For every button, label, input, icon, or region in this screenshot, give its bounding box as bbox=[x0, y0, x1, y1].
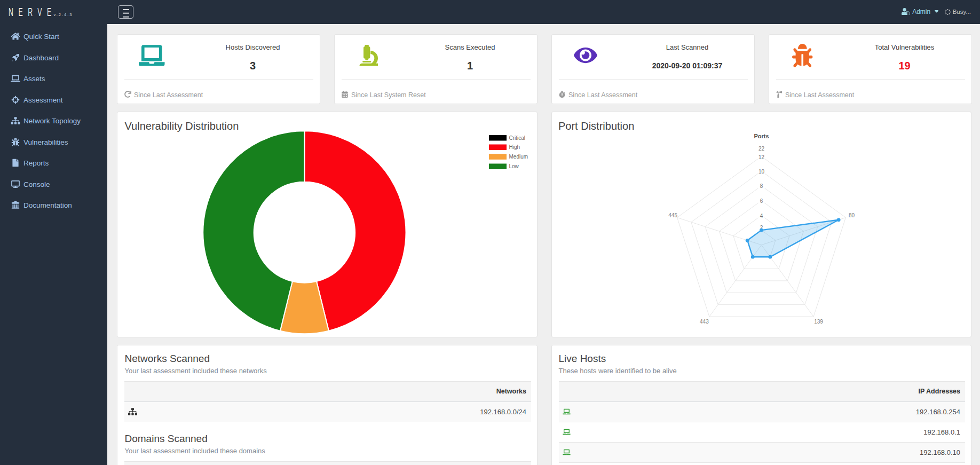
svg-text:Low: Low bbox=[509, 163, 519, 169]
svg-text:4: 4 bbox=[760, 212, 763, 218]
svg-text:10: 10 bbox=[758, 168, 765, 174]
svg-text:445: 445 bbox=[668, 212, 677, 218]
svg-text:High: High bbox=[509, 144, 520, 150]
svg-text:8: 8 bbox=[760, 183, 763, 189]
svg-text:Medium: Medium bbox=[509, 154, 528, 160]
svg-text:Critical: Critical bbox=[509, 135, 526, 140]
svg-text:443: 443 bbox=[700, 318, 709, 324]
svg-text:Ports: Ports bbox=[754, 132, 769, 139]
svg-text:139: 139 bbox=[814, 318, 823, 324]
svg-text:80: 80 bbox=[849, 212, 855, 218]
svg-text:6: 6 bbox=[760, 198, 763, 203]
svg-text:22: 22 bbox=[758, 145, 765, 151]
svg-text:12: 12 bbox=[758, 154, 765, 160]
